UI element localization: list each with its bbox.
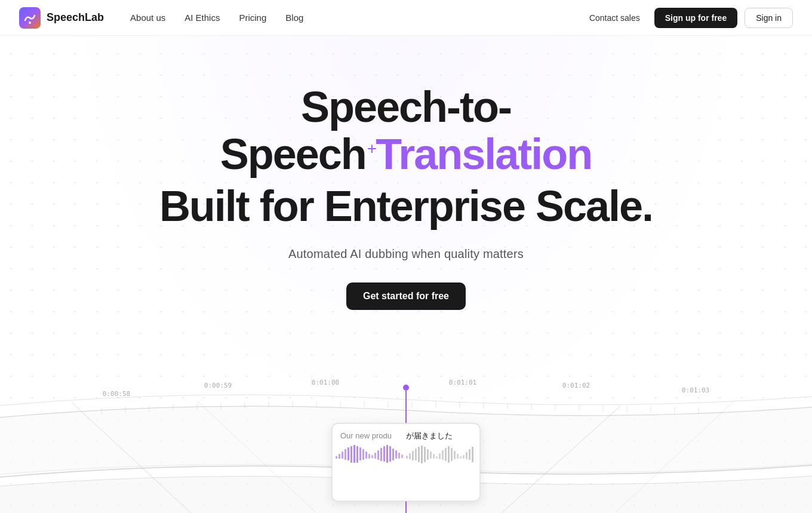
svg-rect-67 bbox=[409, 453, 411, 459]
svg-rect-83 bbox=[457, 454, 459, 459]
svg-rect-69 bbox=[415, 449, 417, 460]
svg-rect-84 bbox=[460, 456, 462, 459]
svg-rect-56 bbox=[374, 453, 376, 459]
nav-link-blog[interactable]: Blog bbox=[278, 9, 310, 26]
signin-button[interactable]: Sign in bbox=[745, 8, 793, 28]
svg-rect-61 bbox=[389, 446, 391, 462]
svg-rect-73 bbox=[427, 449, 429, 460]
svg-rect-75 bbox=[433, 454, 435, 459]
svg-rect-74 bbox=[430, 451, 432, 459]
svg-rect-71 bbox=[421, 446, 423, 463]
svg-rect-43 bbox=[336, 456, 337, 459]
navbar: SpeechLab About us AI Ethics Pricing Blo… bbox=[0, 0, 812, 36]
svg-rect-72 bbox=[424, 447, 426, 462]
svg-rect-64 bbox=[398, 453, 400, 459]
svg-rect-55 bbox=[371, 455, 373, 458]
brand-name: SpeechLab bbox=[47, 11, 104, 24]
get-started-button[interactable]: Get started for free bbox=[346, 282, 466, 310]
logo[interactable]: SpeechLab bbox=[19, 7, 104, 29]
svg-text:0:00:59: 0:00:59 bbox=[204, 382, 232, 389]
nav-link-pricing[interactable]: Pricing bbox=[232, 9, 273, 26]
nav-link-ai-ethics[interactable]: AI Ethics bbox=[177, 9, 227, 26]
svg-rect-44 bbox=[339, 454, 340, 459]
svg-point-39 bbox=[403, 385, 409, 391]
svg-rect-54 bbox=[368, 454, 370, 459]
hero-content: Speech-to-Speech+Translation Built for E… bbox=[137, 84, 675, 310]
svg-rect-77 bbox=[439, 453, 441, 459]
svg-rect-85 bbox=[463, 455, 465, 459]
logo-icon bbox=[19, 7, 41, 29]
svg-rect-63 bbox=[395, 450, 397, 459]
svg-rect-76 bbox=[436, 456, 438, 459]
svg-rect-58 bbox=[380, 448, 382, 461]
nav-link-about-us[interactable]: About us bbox=[123, 9, 173, 26]
svg-text:0:01:01: 0:01:01 bbox=[449, 379, 476, 386]
svg-rect-65 bbox=[401, 454, 403, 458]
svg-text:が届きました: が届きました bbox=[406, 431, 453, 440]
svg-rect-62 bbox=[392, 449, 394, 460]
svg-rect-53 bbox=[365, 451, 367, 459]
hero-title-line2: Built for Enterprise Scale. bbox=[149, 183, 663, 230]
svg-rect-49 bbox=[353, 445, 355, 463]
svg-text:0:01:02: 0:01:02 bbox=[562, 382, 590, 389]
svg-rect-60 bbox=[386, 445, 388, 463]
hero-title-line1: Speech-to-Speech+Translation bbox=[149, 84, 663, 178]
svg-text:0:01:03: 0:01:03 bbox=[682, 386, 709, 394]
svg-rect-88 bbox=[472, 447, 473, 462]
nav-links: About us AI Ethics Pricing Blog bbox=[123, 9, 310, 26]
svg-rect-68 bbox=[412, 451, 414, 460]
svg-rect-51 bbox=[359, 447, 361, 460]
timeline-visualization: 0:00:58 0:00:59 0:01:00 0:01:01 0:01:02 … bbox=[0, 370, 812, 513]
svg-rect-81 bbox=[451, 448, 453, 461]
svg-text:0:00:58: 0:00:58 bbox=[103, 390, 130, 398]
svg-rect-66 bbox=[406, 456, 408, 459]
svg-rect-87 bbox=[469, 449, 470, 460]
svg-rect-50 bbox=[356, 446, 358, 463]
svg-rect-45 bbox=[342, 451, 343, 459]
nav-right: Contact sales Sign up for free Sign in bbox=[582, 8, 793, 28]
title-plus: + bbox=[367, 139, 376, 158]
svg-rect-80 bbox=[448, 446, 450, 463]
contact-sales-button[interactable]: Contact sales bbox=[582, 8, 647, 27]
svg-rect-48 bbox=[350, 446, 352, 463]
svg-text:0:01:00: 0:01:00 bbox=[312, 379, 339, 386]
svg-point-1 bbox=[29, 21, 31, 24]
svg-text:Our new produ: Our new produ bbox=[340, 431, 392, 440]
svg-rect-46 bbox=[345, 449, 346, 460]
title-highlight: Translation bbox=[376, 130, 592, 178]
svg-rect-59 bbox=[383, 446, 385, 462]
signup-button[interactable]: Sign up for free bbox=[654, 8, 737, 28]
svg-rect-86 bbox=[466, 452, 467, 459]
svg-rect-57 bbox=[377, 450, 379, 460]
svg-rect-79 bbox=[445, 448, 447, 461]
svg-rect-70 bbox=[418, 447, 420, 462]
hero-section: Speech-to-Speech+Translation Built for E… bbox=[0, 0, 812, 513]
hero-description: Automated AI dubbing when quality matter… bbox=[149, 247, 663, 261]
svg-rect-47 bbox=[347, 447, 349, 460]
svg-rect-78 bbox=[442, 450, 444, 460]
nav-left: SpeechLab About us AI Ethics Pricing Blo… bbox=[19, 7, 310, 29]
svg-rect-82 bbox=[454, 451, 456, 459]
svg-rect-52 bbox=[362, 449, 364, 460]
timeline-svg: 0:00:58 0:00:59 0:01:00 0:01:01 0:01:02 … bbox=[0, 370, 812, 513]
